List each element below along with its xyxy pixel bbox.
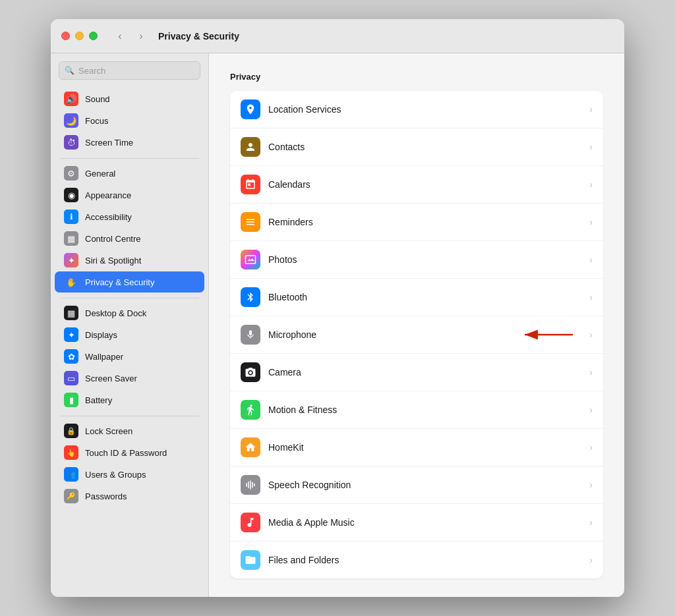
homekit-label: HomeKit: [268, 442, 589, 453]
bluetooth-icon: [241, 287, 260, 307]
location-icon: [241, 99, 260, 119]
lockscreen-icon: 🔒: [64, 424, 78, 438]
passwords-icon: 🔑: [64, 489, 78, 503]
photos-label: Photos: [268, 254, 589, 265]
sidebar-item-label: Control Centre: [85, 234, 141, 244]
appearance-icon: ◉: [64, 188, 78, 202]
camera-row[interactable]: Camera ›: [230, 354, 603, 391]
sidebar-item-screensaver[interactable]: ▭ Screen Saver: [55, 368, 204, 389]
camera-icon: [241, 362, 260, 382]
sidebar-item-controlcentre[interactable]: ▦ Control Centre: [55, 228, 204, 249]
sidebar-group-4: 🔒 Lock Screen 👆 Touch ID & Password 👥 Us…: [51, 420, 208, 507]
files-icon: [241, 550, 260, 570]
privacy-section-title: Privacy: [230, 72, 603, 82]
sidebar-item-label: Screen Time: [85, 138, 133, 148]
svg-rect-6: [254, 484, 255, 487]
sidebar-item-label: Accessibility: [85, 212, 132, 222]
back-button[interactable]: ‹: [111, 27, 129, 45]
sidebar-item-label: Siri & Spotlight: [85, 256, 141, 266]
microphone-icon: [241, 325, 260, 345]
calendars-label: Calendars: [268, 179, 589, 190]
sidebar-item-lockscreen[interactable]: 🔒 Lock Screen: [55, 420, 204, 441]
contacts-row[interactable]: Contacts ›: [230, 128, 603, 166]
speech-icon: [241, 475, 260, 495]
screentime-icon: ⏱: [64, 135, 78, 150]
sound-icon: 🔊: [64, 92, 78, 106]
sidebar-item-battery[interactable]: ▮ Battery: [55, 389, 204, 410]
sidebar-item-desktop[interactable]: ▦ Desktop & Dock: [55, 302, 204, 323]
main-panel: Privacy Location Services › Contacts: [209, 53, 624, 597]
bluetooth-row[interactable]: Bluetooth ›: [230, 279, 603, 316]
sidebar-item-label: General: [85, 169, 115, 179]
sidebar-item-siri[interactable]: ✦ Siri & Spotlight: [55, 250, 204, 271]
calendars-row[interactable]: Calendars ›: [230, 166, 603, 204]
chevron-icon: ›: [589, 442, 593, 453]
sidebar-divider-3: [60, 416, 199, 416]
siri-icon: ✦: [64, 253, 78, 267]
sidebar-item-label: Wallpaper: [85, 352, 123, 362]
homekit-icon: [241, 437, 260, 457]
sidebar-item-general[interactable]: ⚙ General: [55, 163, 204, 184]
sidebar-group-1: 🔊 Sound 🌙 Focus ⏱ Screen Time: [51, 88, 208, 153]
motion-row[interactable]: Motion & Fitness ›: [230, 391, 603, 429]
chevron-icon: ›: [589, 405, 593, 415]
screensaver-icon: ▭: [64, 371, 78, 385]
svg-rect-3: [248, 482, 249, 489]
sidebar-item-label: Users & Groups: [85, 470, 146, 480]
minimize-button[interactable]: [75, 32, 84, 40]
microphone-row[interactable]: Microphone ›: [230, 316, 603, 354]
speech-label: Speech Recognition: [268, 480, 589, 490]
forward-button[interactable]: ›: [132, 27, 150, 45]
displays-icon: ✦: [64, 327, 78, 342]
sidebar-item-touchid[interactable]: 👆 Touch ID & Password: [55, 442, 204, 463]
bluetooth-label: Bluetooth: [268, 292, 589, 302]
general-icon: ⚙: [64, 166, 78, 181]
maximize-button[interactable]: [89, 32, 98, 40]
window-title: Privacy & Security: [158, 31, 239, 42]
contacts-icon: [241, 137, 260, 157]
reminders-icon: [241, 212, 260, 232]
sidebar-item-focus[interactable]: 🌙 Focus: [55, 110, 204, 131]
chevron-icon: ›: [589, 329, 593, 340]
motion-label: Motion & Fitness: [268, 405, 589, 415]
speech-row[interactable]: Speech Recognition ›: [230, 466, 603, 504]
sidebar-item-label: Desktop & Dock: [85, 308, 146, 318]
svg-rect-5: [252, 482, 253, 488]
battery-icon: ▮: [64, 393, 78, 407]
chevron-icon: ›: [589, 142, 593, 152]
search-field[interactable]: 🔍 Search: [59, 61, 200, 80]
sidebar-item-label: Displays: [85, 330, 117, 340]
contacts-label: Contacts: [268, 142, 589, 152]
chevron-icon: ›: [589, 480, 593, 490]
navigation-buttons: ‹ ›: [111, 27, 150, 45]
chevron-icon: ›: [589, 292, 593, 302]
sidebar-item-users[interactable]: 👥 Users & Groups: [55, 464, 204, 485]
chevron-icon: ›: [589, 517, 593, 528]
sidebar-item-privacy[interactable]: ✋ Privacy & Security: [55, 271, 204, 293]
sidebar-item-appearance[interactable]: ◉ Appearance: [55, 184, 204, 206]
reminders-label: Reminders: [268, 217, 589, 227]
sidebar-item-sound[interactable]: 🔊 Sound: [55, 88, 204, 109]
reminders-row[interactable]: Reminders ›: [230, 204, 603, 241]
wallpaper-icon: ✿: [64, 349, 78, 364]
controlcentre-icon: ▦: [64, 231, 78, 246]
homekit-row[interactable]: HomeKit ›: [230, 429, 603, 466]
sidebar-item-displays[interactable]: ✦ Displays: [55, 324, 204, 345]
svg-rect-4: [250, 480, 251, 490]
chevron-icon: ›: [589, 555, 593, 565]
close-button[interactable]: [61, 32, 70, 40]
sidebar-item-label: Screen Saver: [85, 374, 137, 383]
location-services-row[interactable]: Location Services ›: [230, 91, 603, 128]
search-container: 🔍 Search: [51, 61, 208, 88]
svg-rect-2: [246, 483, 247, 487]
sidebar-item-screentime[interactable]: ⏱ Screen Time: [55, 132, 204, 153]
sidebar-item-wallpaper[interactable]: ✿ Wallpaper: [55, 346, 204, 367]
photos-row[interactable]: Photos ›: [230, 241, 603, 279]
search-placeholder: Search: [78, 66, 105, 76]
sidebar-item-passwords[interactable]: 🔑 Passwords: [55, 486, 204, 507]
sidebar-item-accessibility[interactable]: ℹ Accessibility: [55, 206, 204, 227]
media-row[interactable]: Media & Apple Music ›: [230, 504, 603, 542]
privacy-icon: ✋: [64, 275, 78, 289]
annotation-arrow: [517, 325, 576, 344]
files-row[interactable]: Files and Folders ›: [230, 542, 603, 578]
